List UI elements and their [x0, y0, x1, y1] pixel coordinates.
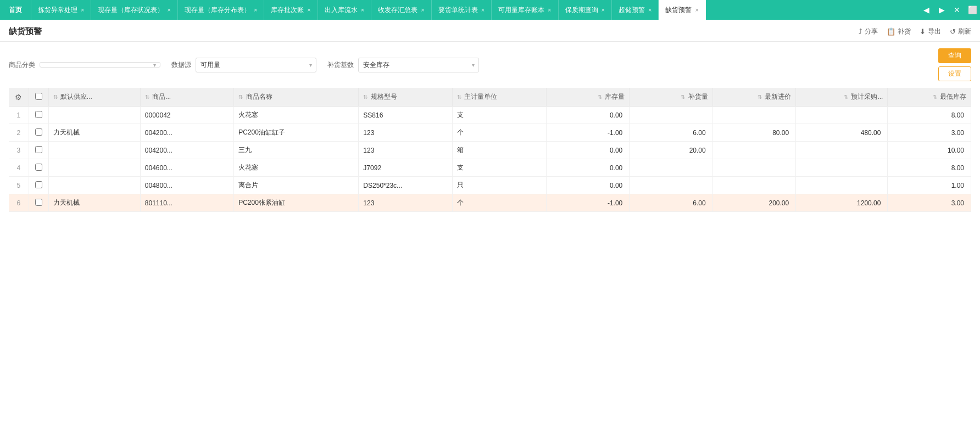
th-stock[interactable]: ⇅ 库存量 — [546, 88, 629, 107]
td-supplier-1: 力天机械 — [48, 124, 140, 142]
td-min-stock-2: 10.00 — [888, 142, 971, 159]
row-checkbox-1[interactable] — [35, 128, 42, 136]
export-icon: ⬇ — [920, 27, 926, 36]
tab-stock-dist[interactable]: 现存量（库存分布表） × — [178, 0, 264, 20]
export-button[interactable]: ⬇ 导出 — [920, 27, 941, 36]
row-checkbox-5[interactable] — [35, 199, 42, 206]
sort-min-icon: ⇅ — [933, 94, 937, 100]
th-latest-price[interactable]: ⇅ 最新进价 — [712, 88, 795, 107]
tab-prev-btn[interactable]: ◀ — [918, 0, 934, 20]
tab-collect-send[interactable]: 收发存汇总表 × — [371, 0, 431, 20]
replenish-select[interactable]: 安全库存 — [358, 58, 479, 72]
gear-icon[interactable]: ⚙ — [15, 93, 22, 102]
row-checkbox-4[interactable] — [35, 181, 42, 188]
table-row: 4 004600... 火花塞 J7092 支 0.00 8.00 — [9, 159, 971, 177]
select-all-checkbox[interactable] — [35, 93, 42, 100]
td-checkbox-5[interactable] — [29, 194, 48, 212]
datasource-filter-group: 数据源 可用量 ▾ — [171, 58, 316, 72]
td-min-stock-3: 8.00 — [888, 159, 971, 177]
table-body: 1 0000042 火花塞 SS816 支 0.00 8.00 2 力天机械 0… — [9, 107, 971, 212]
td-min-stock-4: 1.00 — [888, 177, 971, 194]
tab-shortage-close[interactable]: × — [695, 7, 698, 13]
refresh-button[interactable]: ↺ 刷新 — [950, 27, 971, 36]
td-checkbox-2[interactable] — [29, 142, 48, 159]
category-select[interactable] — [40, 62, 160, 68]
tab-stock-status[interactable]: 现存量（库存状况表） × — [91, 0, 177, 20]
tab-exception-close[interactable]: × — [81, 7, 84, 13]
datasource-select[interactable]: 可用量 — [196, 58, 316, 72]
th-settings[interactable]: ⚙ — [9, 88, 29, 107]
row-checkbox-3[interactable] — [35, 164, 42, 171]
td-checkbox-4[interactable] — [29, 177, 48, 194]
row-checkbox-2[interactable] — [35, 146, 42, 153]
td-stock-3: 0.00 — [546, 159, 629, 177]
td-checkbox-3[interactable] — [29, 159, 48, 177]
td-index-0: 1 — [9, 107, 29, 124]
td-restock-4 — [630, 177, 712, 194]
tab-inout-flow[interactable]: 出入库流水 × — [318, 0, 371, 20]
th-supplier[interactable]: ⇅ 默认供应... — [48, 88, 140, 107]
tab-overstock[interactable]: 超储预警 × — [612, 0, 659, 20]
td-restock-0 — [630, 107, 712, 124]
share-button[interactable]: ⤴ 分享 — [859, 27, 878, 36]
sort-name-icon: ⇅ — [238, 94, 243, 100]
th-min-stock[interactable]: ⇅ 最低库存 — [888, 88, 971, 107]
td-latest-price-0 — [712, 107, 795, 124]
tab-next-btn[interactable]: ▶ — [934, 0, 949, 20]
tab-stock-status-close[interactable]: × — [167, 7, 170, 13]
td-est-purchase-2 — [796, 142, 888, 159]
th-restock[interactable]: ⇅ 补货量 — [630, 88, 712, 107]
settings-button[interactable]: 设置 — [938, 66, 971, 81]
tab-batch[interactable]: 库存批次账 × — [264, 0, 318, 20]
tab-available[interactable]: 可用量库存账本 × — [492, 0, 558, 20]
td-code-4: 004800... — [140, 177, 233, 194]
td-spec-5: 123 — [359, 194, 452, 212]
query-button[interactable]: 查询 — [938, 48, 971, 63]
th-est-purchase[interactable]: ⇅ 预计采购... — [796, 88, 888, 107]
tab-demand[interactable]: 要货单统计表 × — [432, 0, 492, 20]
td-index-5: 6 — [9, 194, 29, 212]
tab-home[interactable]: 首页 — [0, 0, 31, 20]
tab-expiry[interactable]: 保质期查询 × — [559, 0, 612, 20]
tab-exception[interactable]: 拣货异常处理 × — [31, 0, 91, 20]
tab-navigation: ◀ ▶ ✕ ⬜ — [918, 0, 980, 20]
sort-code-icon: ⇅ — [145, 94, 149, 100]
td-checkbox-1[interactable] — [29, 124, 48, 142]
td-est-purchase-3 — [796, 159, 888, 177]
tab-collect-close[interactable]: × — [421, 7, 424, 13]
table-row: 6 力天机械 801110... PC200张紧油缸 123 个 -1.00 6… — [9, 194, 971, 212]
tab-shortage[interactable]: 缺货预警 × — [659, 0, 705, 20]
td-spec-1: 123 — [359, 124, 452, 142]
th-spec[interactable]: ⇅ 规格型号 — [359, 88, 452, 107]
replenish-filter-group: 补货基数 安全库存 ▾ — [327, 58, 479, 72]
restock-button[interactable]: 📋 补货 — [887, 27, 911, 36]
datasource-select-wrapper: 可用量 ▾ — [196, 58, 316, 72]
td-restock-5: 6.00 — [630, 194, 712, 212]
td-checkbox-0[interactable] — [29, 107, 48, 124]
sort-supplier-icon: ⇅ — [53, 94, 58, 100]
tab-batch-close[interactable]: × — [307, 7, 310, 13]
td-name-1: PC200油缸缸子 — [234, 124, 359, 142]
tab-close-all-btn[interactable]: ✕ — [949, 0, 965, 20]
td-latest-price-5: 200.00 — [712, 194, 795, 212]
td-unit-1: 个 — [452, 124, 546, 142]
refresh-icon: ↺ — [950, 27, 956, 36]
tab-stock-dist-close[interactable]: × — [254, 7, 257, 13]
td-index-2: 3 — [9, 142, 29, 159]
tab-overstock-close[interactable]: × — [648, 7, 652, 13]
td-name-4: 离合片 — [234, 177, 359, 194]
tab-expiry-close[interactable]: × — [602, 7, 605, 13]
filter-actions: 查询 设置 — [938, 48, 971, 81]
th-unit[interactable]: ⇅ 主计量单位 — [452, 88, 546, 107]
tab-restore-btn[interactable]: ⬜ — [965, 0, 980, 20]
td-est-purchase-0 — [796, 107, 888, 124]
td-stock-5: -1.00 — [546, 194, 629, 212]
tab-demand-close[interactable]: × — [481, 7, 485, 13]
tab-available-close[interactable]: × — [548, 7, 551, 13]
row-checkbox-0[interactable] — [35, 111, 42, 118]
th-checkbox[interactable] — [29, 88, 48, 107]
page-header: 缺货预警 ⤴ 分享 📋 补货 ⬇ 导出 ↺ 刷新 — [0, 20, 980, 42]
tab-inout-close[interactable]: × — [361, 7, 364, 13]
th-code[interactable]: ⇅ 商品... — [140, 88, 233, 107]
th-name[interactable]: ⇅ 商品名称 — [234, 88, 359, 107]
